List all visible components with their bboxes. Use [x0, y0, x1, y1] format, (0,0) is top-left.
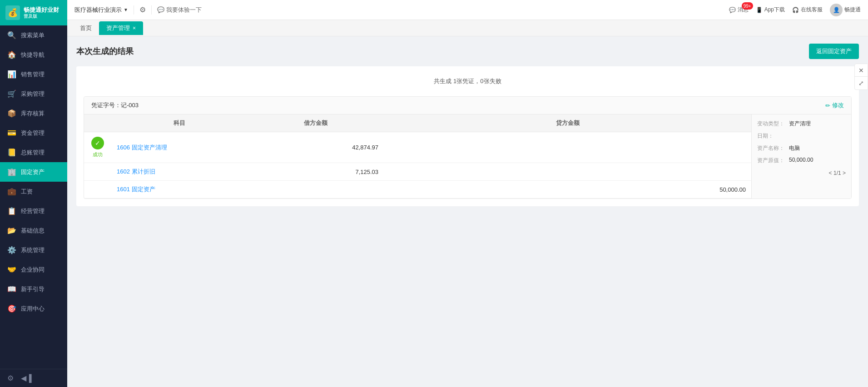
sidebar-item-enterprise[interactable]: 🤝 企业协同: [0, 260, 67, 279]
result-summary: 共生成 1张凭证，0张失败: [84, 74, 852, 89]
panel-controls: ✕ ⤢: [854, 64, 868, 90]
chart-icon: 📊: [7, 70, 16, 79]
prev-page-button[interactable]: <: [829, 170, 832, 176]
return-button[interactable]: 返回固定资产: [809, 44, 859, 59]
debit-cell: 42,874.97: [248, 132, 384, 163]
user-name: 畅捷通: [844, 6, 861, 14]
sidebar-item-search[interactable]: 🔍 搜索菜单: [0, 25, 67, 45]
phone-icon: 📱: [756, 7, 763, 13]
sidebar-item-label: 采购管理: [21, 90, 45, 98]
chat-icon: 💬: [157, 6, 164, 13]
sidebar-item-label: 固定资产: [21, 168, 45, 176]
success-label: 成功: [89, 151, 106, 158]
sidebar-item-purchase[interactable]: 🛒 采购管理: [0, 84, 67, 104]
close-panel-button[interactable]: ✕: [855, 64, 868, 77]
page-header: 本次生成的结果 返回固定资产: [76, 44, 859, 59]
debit-cell: [248, 181, 384, 198]
sidebar-bottom: ⚙ ◀▐: [0, 369, 67, 387]
sidebar-item-label: 应用中心: [21, 305, 45, 313]
subject-cell: 1601 固定资产: [111, 181, 248, 198]
sidebar-item-label: 工资: [21, 188, 33, 196]
tab-close-icon[interactable]: ×: [133, 25, 136, 31]
change-type-label: 变动类型：: [757, 120, 789, 128]
topbar-divider2: [151, 5, 152, 15]
credit-cell: [384, 163, 751, 181]
home-icon: 🏠: [7, 50, 16, 59]
logo-icon: 💰: [5, 5, 20, 20]
sidebar-item-label: 搜索菜单: [21, 31, 45, 40]
settings-bottom-icon[interactable]: ⚙: [7, 374, 14, 382]
app-download-button[interactable]: 📱 App下载: [756, 6, 785, 14]
page-title: 本次生成的结果: [76, 46, 134, 57]
logo-name: 畅捷通好业财: [24, 6, 59, 14]
subject-cell: 1606 固定资产清理: [111, 132, 248, 163]
sidebar-item-fixed-assets[interactable]: 🏢 固定资产: [0, 162, 67, 182]
sidebar-item-inventory[interactable]: 📦 库存核算: [0, 104, 67, 123]
sidebar-item-label: 系统管理: [21, 246, 45, 254]
credit-cell: 50,000.00: [384, 181, 751, 198]
status-cell: [84, 163, 111, 181]
sidebar-item-ledger[interactable]: 📒 总账管理: [0, 143, 67, 162]
voucher-side-panel: 变动类型： 资产清理 日期： 资产名称： 电脑 资产原值：: [751, 114, 851, 198]
app-download-label: App下载: [764, 6, 785, 14]
online-service-label: 在线客服: [801, 6, 823, 14]
messages-button[interactable]: 💬 消息 99+: [729, 6, 749, 14]
sidebar-logo: 💰 畅捷通好业财 普及版: [0, 0, 67, 25]
asset-name-label: 资产名称：: [757, 144, 789, 152]
main-area: 医疗器械行业演示 ▼ ⚙ 💬 我要体验一下 💬 消息 99+ 📱 App下载: [67, 0, 868, 387]
sidebar-item-salary[interactable]: 💼 工资: [0, 182, 67, 201]
feedback-button[interactable]: 💬 我要体验一下: [157, 6, 202, 14]
sidebar-item-guide[interactable]: 📖 新手引导: [0, 279, 67, 299]
sidebar: 💰 畅捷通好业财 普及版 🔍 搜索菜单 🏠 快捷导航 📊 销售管理 🛒 采购管理…: [0, 0, 67, 387]
tab-home-label: 首页: [80, 24, 92, 32]
book-icon: 📖: [7, 285, 16, 293]
original-value-value: 50,000.00: [789, 157, 813, 163]
card-icon: 💳: [7, 129, 16, 137]
logo-sub: 普及版: [24, 14, 59, 19]
voucher-edit-button[interactable]: ✏ 修改: [825, 101, 844, 109]
table-row: 1602 累计折旧7,125.03: [84, 163, 751, 181]
date-row: 日期：: [757, 132, 846, 140]
sidebar-scroll-area: 🔍 搜索菜单 🏠 快捷导航 📊 销售管理 🛒 采购管理 📦 库存核算 💳 资金管…: [0, 25, 67, 369]
chevron-down-icon: ▼: [124, 7, 128, 12]
edit-label: 修改: [832, 101, 844, 109]
status-cell: ✓ 成功: [84, 132, 111, 163]
col-subject: 科目: [111, 114, 248, 132]
ledger-icon: 📒: [7, 148, 16, 157]
sidebar-item-label: 快捷导航: [21, 51, 45, 59]
topbar-divider: [134, 5, 134, 15]
collapse-icon[interactable]: ◀▐: [21, 374, 31, 382]
company-name: 医疗器械行业演示: [74, 6, 122, 14]
company-selector[interactable]: 医疗器械行业演示 ▼: [74, 6, 128, 14]
gear-icon[interactable]: ⚙: [139, 5, 146, 14]
success-icon: ✓: [91, 137, 104, 149]
sidebar-item-app-center[interactable]: 🎯 应用中心: [0, 299, 67, 318]
table-header-row: 科目 借方金额 贷方金额: [84, 114, 751, 132]
table-row: 1601 固定资产50,000.00: [84, 181, 751, 198]
sidebar-item-system[interactable]: ⚙️ 系统管理: [0, 240, 67, 260]
asset-name-value: 电脑: [789, 144, 800, 152]
sidebar-item-operations[interactable]: 📋 经营管理: [0, 201, 67, 221]
tab-asset-mgmt[interactable]: 资产管理 ×: [99, 21, 143, 35]
voucher-table: 科目 借方金额 贷方金额 ✓ 成功 1606 固定资产清理42,874.9716…: [84, 114, 751, 198]
topbar-left: 医疗器械行业演示 ▼ ⚙ 💬 我要体验一下: [74, 5, 725, 15]
cart-icon: 🛒: [7, 89, 16, 98]
sidebar-item-funds[interactable]: 💳 资金管理: [0, 123, 67, 143]
change-type-value: 资产清理: [789, 120, 811, 128]
edit-icon: ✏: [825, 102, 830, 109]
sidebar-item-basic-info[interactable]: 📂 基础信息: [0, 221, 67, 240]
side-pagination: < 1/1 >: [757, 170, 846, 176]
sidebar-item-label: 经营管理: [21, 207, 45, 215]
next-page-button[interactable]: >: [843, 170, 846, 176]
sidebar-item-quick-nav[interactable]: 🏠 快捷导航: [0, 45, 67, 64]
topbar: 医疗器械行业演示 ▼ ⚙ 💬 我要体验一下 💬 消息 99+ 📱 App下载: [67, 0, 868, 20]
change-type-row: 变动类型： 资产清理: [757, 120, 846, 128]
col-status: [84, 114, 111, 132]
user-profile[interactable]: 👤 畅捷通: [830, 4, 861, 16]
result-panel: 共生成 1张凭证，0张失败 凭证字号：记-003 ✏ 修改: [76, 66, 859, 206]
online-service-button[interactable]: 🎧 在线客服: [792, 6, 823, 14]
expand-panel-button[interactable]: ⤢: [855, 77, 868, 89]
tab-home[interactable]: 首页: [74, 21, 97, 35]
credit-cell: [384, 132, 751, 163]
sidebar-item-sales[interactable]: 📊 销售管理: [0, 64, 67, 84]
